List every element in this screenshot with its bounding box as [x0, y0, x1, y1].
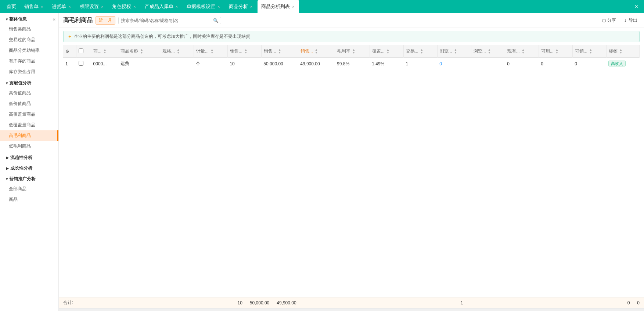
- cell-spec: [160, 58, 194, 70]
- footer-stock-current: 0: [627, 300, 630, 305]
- sidebar-item-sales-products[interactable]: 销售类商品: [0, 24, 58, 35]
- expand-arrow-icon: ▾: [6, 177, 8, 181]
- footer-trade: 1: [461, 300, 463, 305]
- close-icon[interactable]: ×: [291, 4, 295, 9]
- sort-icon: ▲▼: [244, 48, 247, 54]
- sort-icon: ▲▼: [522, 48, 525, 54]
- close-icon[interactable]: ×: [217, 4, 220, 9]
- col-view1[interactable]: 浏览... ▲▼: [437, 45, 471, 58]
- footer-label: 合计:: [63, 300, 73, 306]
- nav-purchase-order[interactable]: 进货单 ×: [48, 0, 75, 13]
- sidebar-item-high-coverage[interactable]: 高覆盖量商品: [0, 109, 58, 120]
- col-stock-sale[interactable]: 可销... ▲▼: [572, 45, 606, 58]
- header-actions: ⬡ 分享 ⤓ 导出: [600, 17, 640, 24]
- col-view2[interactable]: 浏览... ▲▼: [471, 45, 505, 58]
- nav-home[interactable]: 首页: [3, 0, 20, 13]
- sort-icon: ▲▼: [619, 48, 622, 54]
- sidebar-item-new-products[interactable]: 新品: [0, 194, 58, 205]
- sidebar-group-marketing[interactable]: ▾ 营销推广分析: [0, 173, 58, 184]
- share-icon: ⬡: [602, 18, 606, 23]
- nav-production-inbound[interactable]: 产成品入库单 ×: [141, 0, 182, 13]
- nav-sales-order[interactable]: 销售单 ×: [21, 0, 47, 13]
- sidebar-group-contribution[interactable]: ▾ 贡献值分析: [0, 77, 58, 88]
- sort-icon: ▲▼: [140, 48, 143, 54]
- sidebar-item-low-coverage[interactable]: 低覆盖量商品: [0, 120, 58, 130]
- expand-arrow-icon: ▾: [6, 17, 8, 21]
- sidebar-item-traded-products[interactable]: 交易过的商品: [0, 35, 58, 45]
- sidebar-item-in-stock-products[interactable]: 有库存的商品: [0, 56, 58, 66]
- select-all-checkbox[interactable]: [79, 48, 83, 53]
- sidebar-item-low-value[interactable]: 低价值商品: [0, 98, 58, 109]
- footer-stock-avail: 0: [637, 300, 640, 305]
- sidebar-group-overall[interactable]: ▾ 整体信息: [0, 13, 58, 24]
- col-checkbox[interactable]: [76, 45, 91, 58]
- cell-name: 运费: [118, 58, 160, 70]
- sidebar-collapse-button[interactable]: «: [53, 16, 55, 22]
- col-unit[interactable]: 计量... ▲▼: [194, 45, 227, 58]
- cell-gross-rate: 99.8%: [335, 58, 370, 70]
- export-button[interactable]: ⤓ 导出: [621, 17, 640, 24]
- nav-role-auth[interactable]: 角色授权 ×: [108, 0, 140, 13]
- col-spec[interactable]: 规格... ▲▼: [160, 45, 194, 58]
- search-input[interactable]: [121, 18, 212, 23]
- close-all-tabs[interactable]: ×: [632, 3, 641, 10]
- close-icon[interactable]: ×: [100, 4, 104, 9]
- share-button[interactable]: ⬡ 分享: [600, 17, 618, 24]
- cell-view2: [471, 58, 505, 70]
- col-gross-rate[interactable]: 毛利率 ▲▼: [335, 45, 370, 58]
- col-stock-avail[interactable]: 可用... ▲▼: [539, 45, 572, 58]
- table-header-row: ⚙ 商... ▲▼ 商品名称 ▲▼ 规格... ▲▼ 计量... ▲▼ 销售..…: [63, 45, 640, 58]
- period-button[interactable]: 近一月: [96, 16, 115, 25]
- sort-icon: ▲▼: [211, 48, 213, 54]
- main-layout: « ▾ 整体信息 销售类商品 交易过的商品 商品分类助销率 有库存的商品 库存资…: [0, 13, 644, 311]
- top-navigation: 首页 销售单 × 进货单 × 权限设置 × 角色授权 × 产成品入库单 × 单据…: [0, 0, 644, 13]
- col-sales-amt[interactable]: 销售... ▲▼: [261, 45, 298, 58]
- col-tag[interactable]: 标签 ▲▼: [606, 45, 639, 58]
- footer-sales-amt: 50,000.00: [250, 300, 269, 305]
- status-badge: 高收入: [608, 61, 626, 66]
- sort-icon: ▲▼: [454, 48, 457, 54]
- row-checkbox[interactable]: [79, 61, 83, 66]
- sidebar-item-category-sales-rate[interactable]: 商品分类助销率: [0, 45, 58, 56]
- cell-trade: 1: [403, 58, 437, 70]
- sidebar-item-all-products[interactable]: 全部商品: [0, 184, 58, 194]
- cell-checkbox[interactable]: [76, 58, 91, 70]
- sort-icon: ▲▼: [386, 48, 389, 54]
- sort-icon: ▲▼: [177, 48, 180, 54]
- table-wrapper: ⚙ 商... ▲▼ 商品名称 ▲▼ 规格... ▲▼ 计量... ▲▼ 销售..…: [59, 45, 644, 297]
- footer-sales-cost: 49,900.00: [277, 300, 296, 305]
- search-icon[interactable]: 🔍: [213, 18, 219, 23]
- cell-view1[interactable]: 0: [437, 58, 471, 70]
- close-icon[interactable]: ×: [40, 4, 44, 9]
- sidebar-group-trend[interactable]: ▶ 流趋性分析: [0, 152, 58, 162]
- nav-product-analysis[interactable]: 商品分析 ×: [225, 0, 257, 13]
- footer-summary: 合计: 10 50,000.00 49,900.00 1 0 0: [59, 297, 644, 308]
- export-icon: ⤓: [623, 18, 627, 23]
- cell-unit: 个: [194, 58, 227, 70]
- close-icon[interactable]: ×: [68, 4, 71, 9]
- cell-tag: 高收入: [606, 58, 639, 70]
- sidebar-item-high-value[interactable]: 高价值商品: [0, 88, 58, 98]
- col-trade[interactable]: 交易... ▲▼: [403, 45, 437, 58]
- cell-index: 1: [63, 58, 76, 70]
- close-icon[interactable]: ×: [175, 4, 179, 9]
- horizontal-scrollbar[interactable]: [59, 308, 644, 311]
- sidebar-item-low-margin[interactable]: 低毛利商品: [0, 141, 58, 152]
- nav-product-analysis-list[interactable]: 商品分析列表 ×: [258, 0, 299, 13]
- search-box: 🔍: [118, 17, 221, 24]
- col-code[interactable]: 商... ▲▼: [91, 45, 118, 58]
- col-sales-qty[interactable]: 销售... ▲▼: [227, 45, 261, 58]
- close-icon[interactable]: ×: [249, 4, 253, 9]
- sidebar-item-high-margin[interactable]: 高毛利商品: [0, 130, 58, 141]
- sidebar-item-inventory-capital[interactable]: 库存资金占用: [0, 66, 58, 77]
- col-name[interactable]: 商品名称 ▲▼: [118, 45, 160, 58]
- col-coverage[interactable]: 覆盖... ▲▼: [370, 45, 403, 58]
- nav-template-settings[interactable]: 单据模板设置 ×: [183, 0, 224, 13]
- info-banner: ✦ 企业的主要的利润都是这部分商品创造的，可考虑加大推广，同时关注库存是不要出现…: [63, 31, 640, 42]
- nav-permission[interactable]: 权限设置 ×: [76, 0, 108, 13]
- col-settings[interactable]: ⚙: [63, 45, 76, 58]
- col-stock-current[interactable]: 现有... ▲▼: [505, 45, 539, 58]
- close-icon[interactable]: ×: [133, 4, 136, 9]
- sidebar-group-growth[interactable]: ▶ 成长性分析: [0, 162, 58, 173]
- col-sales-cost[interactable]: 销售... ▲▼: [298, 45, 335, 58]
